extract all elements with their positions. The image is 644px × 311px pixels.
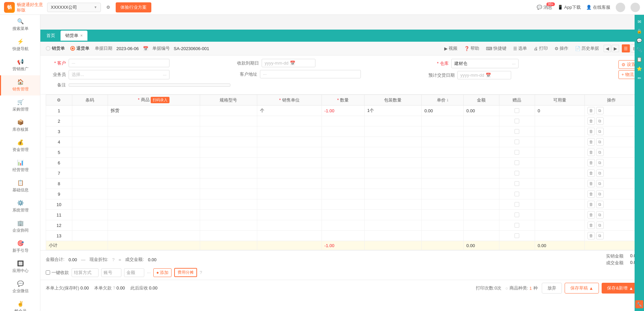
row-barcode-7[interactable] — [72, 179, 108, 189]
row-gift-5[interactable] — [499, 158, 535, 168]
row-qty-5[interactable] — [321, 158, 364, 168]
row-pack-qty-10[interactable] — [364, 210, 421, 220]
row-product-10[interactable] — [108, 210, 200, 220]
row-product-5[interactable] — [108, 158, 200, 168]
tab-sales-order[interactable]: 销货单 × — [61, 31, 87, 41]
row-barcode-8[interactable] — [72, 189, 108, 199]
settings-gear-icon[interactable]: ⚙ — [104, 3, 113, 12]
right-panel-action[interactable]: 🔧 — [635, 300, 643, 308]
row-unit-1[interactable] — [257, 116, 322, 126]
row-product-8[interactable] — [108, 189, 200, 199]
save-new-button[interactable]: 保存&新增 ▲ — [602, 283, 639, 294]
salesman-input[interactable]: 选择... ··· — [69, 70, 169, 79]
sidebar-item-sales[interactable]: 🏠 销售管理 — [0, 75, 40, 95]
row-qty-3[interactable] — [321, 137, 364, 147]
row-spec-12[interactable] — [200, 231, 257, 241]
row-barcode-1[interactable] — [72, 116, 108, 126]
row-amount-9[interactable] — [463, 199, 499, 210]
discard-button[interactable]: 放弃 — [542, 283, 562, 294]
copy-row-1[interactable]: ⧉ — [596, 117, 604, 125]
row-pack-qty-12[interactable] — [364, 231, 421, 241]
toolbar-operation-btn[interactable]: ⚙ 操作 — [553, 44, 570, 52]
delete-row-8[interactable]: 🗑 — [588, 190, 595, 198]
radio-return[interactable]: 退货单 — [70, 45, 89, 51]
row-unit-0[interactable]: 个 — [257, 106, 322, 116]
sidebar-item-member[interactable]: ✌️ 畅会员 — [0, 297, 40, 311]
row-product-11[interactable] — [108, 220, 200, 231]
row-spec-3[interactable] — [200, 137, 257, 147]
message-button[interactable]: 💬 消息 99+ — [537, 4, 552, 10]
add-button[interactable]: ● 添加 — [153, 268, 172, 277]
row-product-0[interactable]: 拆货 — [108, 106, 200, 116]
row-product-9[interactable] — [108, 199, 200, 210]
row-barcode-3[interactable] — [72, 137, 108, 147]
row-product-3[interactable] — [108, 137, 200, 147]
row-product-12[interactable] — [108, 231, 200, 241]
row-spec-1[interactable] — [200, 116, 257, 126]
right-panel-copy[interactable]: 📋 — [635, 55, 643, 63]
row-qty-1[interactable] — [321, 116, 364, 126]
notes-input[interactable] — [69, 83, 230, 87]
next-arrow[interactable]: ▶ — [612, 45, 619, 52]
row-gift-0[interactable] — [499, 106, 535, 116]
overdue-help[interactable]: ? — [113, 285, 115, 290]
row-pack-qty-1[interactable] — [364, 116, 421, 126]
row-unit-9[interactable] — [257, 199, 322, 210]
delete-row-5[interactable]: 🗑 — [588, 159, 595, 166]
row-unit-price-8[interactable] — [422, 189, 464, 199]
row-barcode-11[interactable] — [72, 220, 108, 231]
view-list-btn[interactable]: ☰ — [622, 44, 630, 52]
row-amount-7[interactable] — [463, 179, 499, 189]
row-unit-12[interactable] — [257, 231, 322, 241]
delivery-calendar-icon[interactable]: 📅 — [486, 73, 491, 78]
copy-row-6[interactable]: ⧉ — [596, 169, 604, 177]
scan-button[interactable]: 扫码录入 — [151, 97, 169, 103]
right-panel-msg[interactable]: ✉ — [635, 17, 643, 26]
row-spec-8[interactable] — [200, 189, 257, 199]
row-gift-3[interactable] — [499, 137, 535, 147]
row-product-7[interactable] — [108, 179, 200, 189]
row-pack-qty-3[interactable] — [364, 137, 421, 147]
sidebar-item-system[interactable]: ⚙️ 系统管理 — [0, 196, 40, 217]
row-gift-11[interactable] — [499, 220, 535, 231]
one-click-pay-checkbox[interactable] — [46, 270, 50, 275]
row-unit-price-11[interactable] — [422, 220, 464, 231]
delete-row-2[interactable]: 🗑 — [588, 128, 595, 135]
row-unit-price-7[interactable] — [422, 179, 464, 189]
row-amount-10[interactable] — [463, 210, 499, 220]
row-unit-6[interactable] — [257, 168, 322, 179]
row-pack-qty-6[interactable] — [364, 168, 421, 179]
row-unit-price-6[interactable] — [422, 168, 464, 179]
toolbar-shortcut-btn[interactable]: ⌨ 快捷键 — [484, 44, 508, 52]
copy-row-11[interactable]: ⧉ — [596, 222, 604, 229]
row-amount-12[interactable] — [463, 231, 499, 241]
row-unit-price-5[interactable] — [422, 158, 464, 168]
footer-help-icon[interactable]: ? — [200, 270, 202, 275]
row-gift-4[interactable] — [499, 147, 535, 158]
row-unit-price-10[interactable] — [422, 210, 464, 220]
row-pack-qty-9[interactable] — [364, 199, 421, 210]
row-qty-7[interactable] — [321, 179, 364, 189]
warehouse-input[interactable]: 建材仓 ··· — [451, 59, 519, 68]
copy-row-3[interactable]: ⧉ — [596, 138, 604, 146]
pay-method-select[interactable]: 结算方式 — [72, 268, 99, 277]
row-unit-price-0[interactable]: 0.00 — [422, 106, 464, 116]
row-barcode-6[interactable] — [72, 168, 108, 179]
row-qty-12[interactable] — [321, 231, 364, 241]
row-unit-price-2[interactable] — [422, 126, 464, 137]
row-pack-qty-11[interactable] — [364, 220, 421, 231]
row-product-6[interactable] — [108, 168, 200, 179]
row-product-2[interactable] — [108, 126, 200, 137]
sidebar-item-marketing[interactable]: 📢 营销推广 — [0, 55, 40, 75]
row-gift-9[interactable] — [499, 199, 535, 210]
sidebar-item-guide[interactable]: 🎯 新手引导 — [0, 237, 40, 257]
row-pack-qty-8[interactable] — [364, 189, 421, 199]
row-unit-4[interactable] — [257, 147, 322, 158]
row-unit-2[interactable] — [257, 126, 322, 137]
company-selector[interactable]: XXXXXX公司 ▼ — [47, 3, 101, 12]
copy-row-0[interactable]: ⧉ — [596, 107, 604, 114]
row-amount-5[interactable] — [463, 158, 499, 168]
row-product-4[interactable] — [108, 147, 200, 158]
row-spec-5[interactable] — [200, 158, 257, 168]
row-unit-5[interactable] — [257, 158, 322, 168]
